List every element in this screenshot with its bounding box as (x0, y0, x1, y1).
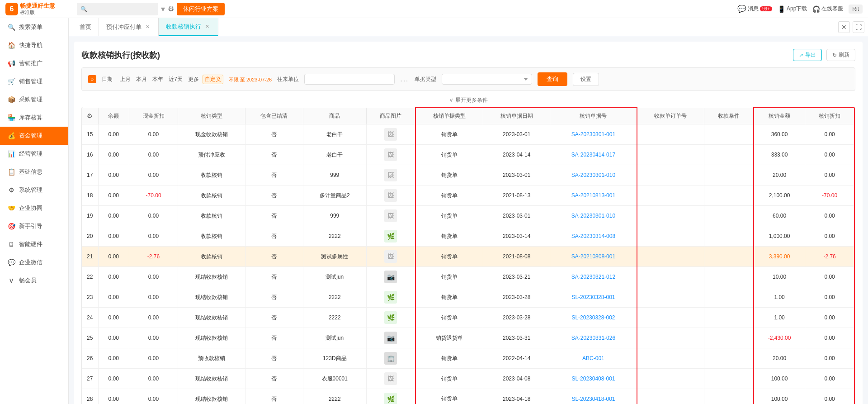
cell-type: 收款核销 (178, 206, 245, 226)
cell-cash-discount: 0.00 (129, 124, 178, 145)
bill-no-link[interactable]: SA-20230414-017 (571, 152, 615, 158)
bill-no-link[interactable]: SA-20230301-010 (571, 172, 615, 178)
cell-receipt-condition (704, 267, 754, 287)
bill-no-link[interactable]: SA-20230301-001 (571, 131, 615, 138)
sidebar-item-marketing[interactable]: 📢 营销推广 (0, 54, 68, 72)
sidebar-item-finance[interactable]: 💰 资金管理 (0, 127, 68, 145)
cell-cash-discount: 0.00 (129, 308, 178, 328)
industry-btn[interactable]: 休闲行业方案 (177, 3, 225, 15)
tab-receipt[interactable]: 收款核销执行 ✕ (159, 18, 218, 36)
cell-goods-img: 📷 (366, 328, 415, 348)
date-7days[interactable]: 近7天 (167, 75, 184, 84)
sidebar-item-system[interactable]: ⚙ 系统管理 (0, 181, 68, 199)
sidebar-item-member[interactable]: V 畅会员 (0, 271, 68, 290)
cell-receipt-order (637, 124, 704, 145)
sidebar-item-beginner[interactable]: 🎯 新手引导 (0, 217, 68, 235)
sidebar-item-sales[interactable]: 🛒 销售管理 (0, 72, 68, 90)
base-info-icon: 📋 (7, 168, 15, 176)
cell-write-off-discount: 0.00 (805, 369, 854, 389)
col-balance: 余额 (98, 108, 129, 124)
logo-text: 畅捷通好生意 标准版 (20, 2, 55, 15)
bill-no-link[interactable]: SL-20230408-001 (571, 375, 615, 382)
message-btn[interactable]: 💬 消息 99+ (737, 5, 772, 13)
filter-row: » 日期 上月 本月 本年 近7天 更多 自定义 不限 至 2023-07-26 (88, 72, 849, 86)
bill-no-link[interactable]: SA-20230314-008 (571, 233, 615, 239)
sidebar-item-smart-hw[interactable]: 🖥 智能硬件 (0, 235, 68, 253)
gear-icon[interactable]: ⚙ (87, 112, 93, 119)
tab-expand-btn[interactable]: ⛶ (853, 21, 864, 33)
query-btn[interactable]: 查询 (538, 72, 567, 86)
single-type-select[interactable] (442, 74, 532, 85)
sidebar-item-wechat[interactable]: 💬 企业微信 (0, 253, 68, 271)
cell-included: 否 (245, 206, 303, 226)
date-this-month[interactable]: 本月 (134, 75, 149, 84)
sidebar-item-purchase[interactable]: 📦 采购管理 (0, 90, 68, 109)
date-last-month[interactable]: 上月 (118, 75, 132, 84)
bill-no-link[interactable]: SA-20230331-026 (571, 335, 615, 341)
sidebar-item-inventory[interactable]: 🏪 库存核算 (0, 109, 68, 127)
cell-balance: 0.00 (98, 206, 129, 226)
app-download-btn[interactable]: 📱 App下载 (778, 5, 807, 13)
tab-prepay[interactable]: 预付冲应付单 ✕ (99, 18, 159, 36)
user-menu[interactable]: Rit (849, 5, 863, 14)
cell-write-off-amount: 1.00 (754, 308, 805, 328)
sidebar-item-base-info[interactable]: 📋 基础信息 (0, 163, 68, 181)
cell-bill-no: SA-20230331-026 (550, 328, 637, 348)
cell-goods: 老白干 (303, 124, 367, 145)
sidebar-item-quick-nav[interactable]: 🏠 快捷导航 (0, 36, 68, 54)
purchase-icon: 📦 (7, 95, 15, 104)
cell-seq: 21 (82, 247, 98, 267)
refresh-btn[interactable]: ↻ 刷新 (826, 49, 855, 61)
sidebar-item-management[interactable]: 📊 经营管理 (0, 145, 68, 163)
bill-no-link[interactable]: SL-20230418-001 (571, 396, 615, 402)
cell-write-off-discount: -70.00 (805, 185, 854, 206)
tab-bar: 首页 预付冲应付单 ✕ 收款核销执行 ✕ ✕ ⛶ (69, 18, 868, 36)
col-gear[interactable]: ⚙ (82, 108, 98, 124)
cell-bill-type: 销货单 (415, 308, 483, 328)
dropdown-arrow[interactable]: ▾ (161, 4, 165, 14)
cell-cash-discount: -2.76 (129, 247, 178, 267)
top-search-box[interactable]: 🔍 (77, 3, 158, 15)
cell-goods: 测试多属性 (303, 247, 367, 267)
cell-included: 否 (245, 165, 303, 185)
date-custom[interactable]: 自定义 (203, 75, 223, 84)
sidebar-item-enterprise[interactable]: 🤝 企业协同 (0, 199, 68, 217)
from-unit-input[interactable] (304, 74, 395, 85)
cell-write-off-discount: 0.00 (805, 124, 854, 145)
cell-receipt-order (637, 185, 704, 206)
online-service-btn[interactable]: 🎧 在线客服 (812, 5, 843, 13)
cell-seq: 16 (82, 145, 98, 165)
bill-no-link[interactable]: SL-20230328-002 (571, 314, 615, 321)
cell-bill-no: SL-20230328-001 (550, 287, 637, 308)
filter-expand-btn[interactable]: » (88, 75, 96, 83)
tab-prepay-close[interactable]: ✕ (144, 24, 151, 30)
gear-settings-icon[interactable]: ⚙ (168, 5, 174, 13)
cell-included: 否 (245, 287, 303, 308)
tab-home[interactable]: 首页 (72, 18, 99, 36)
cell-included: 否 (245, 185, 303, 206)
export-btn[interactable]: ↗ 导出 (793, 49, 822, 61)
from-unit-label: 往来单位 (277, 76, 299, 83)
cell-goods: 2222 (303, 226, 367, 247)
date-this-year[interactable]: 本年 (151, 75, 165, 84)
cell-seq: 22 (82, 267, 98, 287)
cell-goods-img: 🖼 (366, 185, 415, 206)
settings-btn[interactable]: 设置 (573, 73, 599, 86)
bill-no-link[interactable]: SA-20230301-010 (571, 213, 615, 219)
cell-cash-discount: 0.00 (129, 369, 178, 389)
bill-no-link[interactable]: SA-20230321-012 (571, 274, 615, 280)
date-more[interactable]: 更多 (186, 75, 201, 84)
bill-no-link[interactable]: SL-20230328-001 (571, 294, 615, 300)
cell-bill-type: 销货单 (415, 206, 483, 226)
cell-bill-no: ABC-001 (550, 348, 637, 369)
bill-no-link[interactable]: SA-20210808-001 (571, 253, 615, 260)
bill-no-link[interactable]: SA-20210813-001 (571, 192, 615, 199)
home-icon: 🏠 (7, 41, 15, 49)
bill-no-link[interactable]: ABC-001 (582, 355, 604, 361)
tab-receipt-close[interactable]: ✕ (204, 23, 211, 30)
expand-conditions[interactable]: ∨ 展开更多条件 (81, 96, 855, 104)
sidebar-item-search[interactable]: 🔍 搜索菜单 (0, 18, 68, 36)
cell-write-off-amount: 100.00 (754, 369, 805, 389)
tab-close-btn[interactable]: ✕ (838, 21, 850, 33)
cell-receipt-condition (704, 124, 754, 145)
